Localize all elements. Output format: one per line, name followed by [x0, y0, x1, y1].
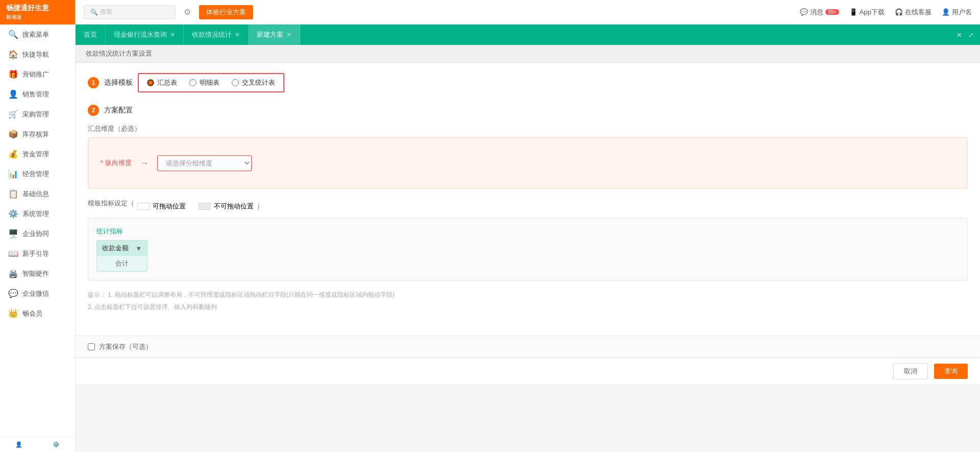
tab-new-plan[interactable]: 新建方案 ✕: [249, 25, 300, 45]
nodrag-box: [199, 203, 211, 210]
tab-receipts-stat[interactable]: 收款情况统计 ✕: [184, 25, 249, 45]
sidebar-item-purchase[interactable]: 🛒 采购管理: [0, 104, 75, 124]
support-icon: 🎧: [895, 8, 903, 16]
dimension-row: * 纵向维度 → 请选择分组维度: [101, 155, 252, 171]
cooperation-icon: 🖥️: [8, 229, 18, 239]
radio-detail-label: 明细表: [200, 78, 219, 87]
tab-new-plan-label: 新建方案: [257, 30, 283, 39]
content-area: 收款情况统计方案设置 1 选择模板 汇总表 明细表: [76, 45, 980, 452]
home-icon: 🏠: [8, 50, 18, 59]
support-label: 在线客服: [905, 8, 932, 17]
radio-detail[interactable]: 明细表: [189, 78, 219, 87]
sidebar-item-newbie[interactable]: 📖 新手引导: [0, 244, 75, 264]
step2-title: 方案配置: [104, 106, 133, 115]
sales-icon: 👤: [8, 89, 18, 99]
query-button[interactable]: 查询: [934, 364, 968, 379]
dimension-config-label: 汇总维度（必选）: [88, 125, 141, 132]
sidebar-item-search-menu[interactable]: 🔍 搜索菜单: [0, 25, 75, 44]
close-all-icon[interactable]: ✕: [957, 31, 962, 39]
draggable-legend-label: 可拖动位置: [153, 202, 186, 211]
template-options: 汇总表 明细表 交叉统计表: [138, 73, 284, 92]
tabbar-actions: ✕ ⤢: [950, 25, 980, 45]
smart-hw-icon: 🖨️: [8, 269, 18, 278]
purchase-icon: 🛒: [8, 109, 18, 119]
save-label: 方案保存（可选）: [99, 342, 152, 351]
sidebar-bottom-user[interactable]: 👤: [15, 441, 22, 448]
sidebar-item-label: 企业协同: [22, 229, 49, 239]
sidebar-item-system[interactable]: ⚙️ 系统管理: [0, 204, 75, 224]
sidebar-item-smart-hw[interactable]: 🖨️ 智能硬件: [0, 264, 75, 283]
sidebar-item-finance[interactable]: 💰 资金管理: [0, 144, 75, 164]
radio-summary-input[interactable]: [147, 79, 154, 86]
metrics-close-paren: ）: [257, 202, 263, 211]
download-item[interactable]: 📱 App下载: [849, 8, 885, 17]
tab-bank-flow-close[interactable]: ✕: [170, 31, 175, 38]
metrics-card-header[interactable]: 收款金额 ▼: [97, 241, 147, 256]
message-item[interactable]: 💬 消息 99+: [800, 8, 839, 17]
search-placeholder: 搜索: [100, 8, 112, 16]
save-checkbox[interactable]: [88, 343, 95, 350]
topbar-right: 💬 消息 99+ 📱 App下载 🎧 在线客服 👤 用户名: [800, 8, 972, 17]
radio-summary[interactable]: 汇总表: [147, 78, 177, 87]
system-icon: ⚙️: [8, 209, 18, 219]
topbar: 🔍 搜索 ⚙ 体验行业方案 💬 消息 99+ 📱 App下载 🎧 在线客服 👤 …: [76, 0, 980, 25]
sidebar-item-membership[interactable]: 👑 畅会员: [0, 303, 75, 323]
cancel-button[interactable]: 取消: [893, 363, 928, 379]
sidebar-item-label: 快捷导航: [22, 50, 49, 59]
sidebar-item-quick-nav[interactable]: 🏠 快捷导航: [0, 44, 75, 64]
sidebar-item-inventory[interactable]: 📦 库存核算: [0, 124, 75, 144]
sidebar-item-label: 经营管理: [22, 170, 49, 179]
vertical-dimension-label: * 纵向维度: [101, 158, 132, 168]
step1-number: 1: [88, 77, 99, 88]
sidebar-item-label: 基础信息: [22, 189, 49, 199]
breadcrumb-text: 收款情况统计方案设置: [86, 50, 152, 57]
support-item[interactable]: 🎧 在线客服: [895, 8, 932, 17]
radio-detail-input[interactable]: [189, 79, 197, 86]
metrics-card: 收款金额 ▼ 合计: [96, 240, 148, 272]
tab-new-plan-close[interactable]: ✕: [286, 31, 291, 38]
metrics-section-title: 统计指标: [96, 227, 959, 236]
metrics-card-dropdown-icon[interactable]: ▼: [135, 245, 142, 252]
draggable-legend: 可拖动位置: [137, 202, 186, 211]
finance-icon: 💰: [8, 149, 18, 159]
expand-icon[interactable]: ⤢: [968, 31, 974, 39]
sidebar-item-label: 资金管理: [22, 150, 49, 159]
tab-bank-flow-label: 现金银行流水查询: [114, 30, 167, 39]
sidebar-item-basic-info[interactable]: 📋 基础信息: [0, 184, 75, 204]
nodrag-legend: 不可拖动位置: [199, 202, 254, 211]
logo-sub: 标准版: [6, 14, 49, 21]
user-item[interactable]: 👤 用户名: [942, 8, 972, 17]
sidebar-item-label: 销售管理: [22, 90, 49, 99]
breadcrumb: 收款情况统计方案设置: [76, 45, 980, 63]
user-avatar: 👤: [942, 8, 950, 16]
sidebar-item-sales[interactable]: 👤 销售管理: [0, 84, 75, 104]
radio-cross-input[interactable]: [232, 79, 239, 86]
radio-cross-label: 交叉统计表: [242, 78, 275, 87]
sidebar-logo: 畅捷通好生意 标准版: [0, 0, 75, 25]
footer-save: 方案保存（可选）: [76, 336, 980, 358]
sidebar-bottom-settings[interactable]: ⚙️: [53, 441, 60, 448]
sidebar-item-marketing[interactable]: 🎁 营销推广: [0, 64, 75, 84]
tab-bank-flow[interactable]: 现金银行流水查询 ✕: [106, 25, 184, 45]
tabbar: 首页 现金银行流水查询 ✕ 收款情况统计 ✕ 新建方案 ✕ ✕ ⤢: [76, 25, 980, 45]
tips: 提示： 1. 拖动标题栏可以调整布局，不可跨维度或指标区域拖动栏目字段(只能在同…: [88, 289, 968, 313]
dimension-select[interactable]: 请选择分组维度: [157, 155, 252, 171]
sidebar-item-label: 企业微信: [22, 289, 49, 298]
operation-icon: 📊: [8, 169, 18, 179]
topbar-search[interactable]: 🔍 搜索: [84, 5, 176, 19]
tab-receipts-stat-label: 收款情况统计: [192, 30, 232, 39]
sidebar-item-label: 库存核算: [22, 130, 49, 139]
newbie-icon: 📖: [8, 249, 18, 258]
gear-icon[interactable]: ⚙: [184, 7, 191, 17]
tab-receipts-stat-close[interactable]: ✕: [235, 31, 240, 38]
trial-button[interactable]: 体验行业方案: [199, 5, 253, 19]
sidebar-item-operation[interactable]: 📊 经营管理: [0, 164, 75, 184]
radio-cross[interactable]: 交叉统计表: [232, 78, 275, 87]
tab-home[interactable]: 首页: [76, 25, 106, 45]
sidebar-item-wechat[interactable]: 💬 企业微信: [0, 283, 75, 303]
sidebar-item-cooperation[interactable]: 🖥️ 企业协同: [0, 224, 75, 244]
step1-title: 选择模板: [104, 78, 133, 87]
sidebar-item-label: 新手引导: [22, 249, 49, 258]
sidebar-item-label: 系统管理: [22, 209, 49, 219]
metrics-card-row: 合计: [97, 256, 147, 271]
